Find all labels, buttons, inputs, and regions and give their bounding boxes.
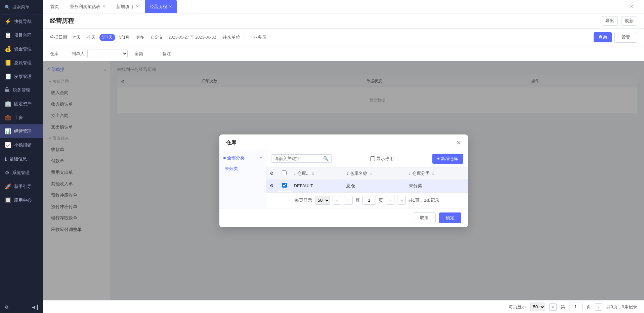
close-tab-profit-est[interactable]: ✕ — [102, 4, 105, 9]
status-bar: 每页显示 50 « 第 页 » 共0页，0条记录 — [43, 300, 644, 313]
confirm-button[interactable]: 确定 — [439, 212, 461, 223]
date-tab-today[interactable]: 今天 — [85, 34, 98, 41]
sidebar-label-quick-nav: 快捷导航 — [14, 18, 32, 25]
dialog-title: 仓库 — [226, 140, 236, 146]
show-disabled-checkbox-label[interactable]: 显示停用 — [370, 156, 394, 162]
sidebar-item-invoice-mgmt[interactable]: 🧾 发票管理 — [0, 70, 43, 83]
close-tab-new-project[interactable]: ✕ — [136, 4, 139, 9]
sidebar-item-basic-info[interactable]: ℹ 基础信息 — [0, 152, 43, 166]
sidebar-search-label: 搜索菜单 — [12, 4, 30, 10]
sidebar-item-app-center[interactable]: 🔲 应用中心 — [0, 193, 43, 207]
salesperson-dots[interactable]: ··· — [269, 35, 273, 40]
first-page-btn[interactable]: « — [333, 196, 341, 205]
sidebar-label-newbie: 新手引导 — [14, 184, 32, 190]
dialog-body: ■ 全部分类 « 未分类 🔍 — [219, 150, 468, 208]
add-warehouse-button[interactable]: + 新增仓库 — [432, 154, 463, 164]
sidebar-item-project-contract[interactable]: 📋 项目合同 — [0, 28, 43, 42]
sidebar-label-invoice-mgmt: 发票管理 — [14, 74, 32, 80]
tax-mgmt-icon: 🏛 — [5, 87, 10, 93]
salesperson-label: 业务员 — [253, 34, 266, 40]
amount-filter: 全额 — — [134, 51, 156, 57]
tab-home[interactable]: 首页 — [46, 0, 64, 13]
maker-select[interactable] — [87, 49, 128, 58]
row-gear-0: ⚙ — [266, 180, 278, 192]
date-tabs: 昨天 今天 近7天 近1月 更多 自定义 — [70, 34, 166, 41]
sidebar-item-newbie[interactable]: 🚀 新手引导 — [0, 180, 43, 193]
sidebar-label-fixed-assets: 固定资产 — [14, 101, 32, 107]
sidebar-item-xiaochang[interactable]: 📈 小畅报销 — [0, 138, 43, 152]
sidebar-item-salary[interactable]: 💼 工资 — [0, 111, 43, 124]
export-button[interactable]: 导出 — [602, 16, 618, 26]
sidebar-item-tax-mgmt[interactable]: 🏛 税务管理 — [0, 83, 43, 97]
counterpart-dots[interactable]: ··· — [243, 35, 247, 40]
salesperson-filter: 业务员 ··· — [253, 34, 273, 40]
date-tab-more[interactable]: 更多 — [133, 34, 147, 41]
sidebar-item-ledger-mgmt[interactable]: 📒 总账管理 — [0, 56, 43, 70]
query-button[interactable]: 查询 — [594, 32, 612, 42]
sidebar-label-salary: 工资 — [14, 115, 23, 121]
quick-nav-icon: ⚡ — [5, 18, 11, 25]
cancel-button[interactable]: 取消 — [413, 212, 436, 223]
sidebar-collapse-btn[interactable]: « — [259, 155, 262, 160]
sidebar: 🔍 搜索菜单 ⚡ 快捷导航📋 项目合同💰 资金管理📒 总账管理🧾 发票管理🏛 税… — [0, 0, 43, 313]
col-category: ↕ 仓库分类 ⇅ — [405, 167, 468, 180]
close-window-icon[interactable]: ✕ — [630, 4, 634, 9]
sidebar-item-ops-mgmt[interactable]: 📊 经营管理 — [0, 124, 43, 138]
tab-ops-history[interactable]: 经营历程✕ — [145, 0, 177, 13]
search-icon: 🔍 — [323, 156, 329, 161]
basic-info-icon: ℹ — [5, 156, 7, 162]
audio-icon[interactable]: ◀▐ — [32, 305, 38, 310]
date-tab-custom[interactable]: 自定义 — [148, 34, 166, 41]
next-page-btn[interactable]: › — [386, 196, 394, 205]
date-label: 单据日期 — [50, 34, 67, 40]
first-page-status-btn[interactable]: « — [549, 303, 557, 311]
per-page-status-label: 每页显示 — [509, 304, 526, 310]
sidebar-label-tax-mgmt: 税务管理 — [13, 87, 30, 93]
content-area: 全部单据 « ∨ 项目合同 收入合同 收入确认单 支出合同 支出确认单 ∨ 资金… — [43, 61, 644, 300]
per-page-status-select[interactable]: 50 — [530, 303, 545, 311]
total-status-label: 共0页，0条记录 — [606, 304, 637, 310]
dialog-close-button[interactable]: ✕ — [456, 139, 461, 147]
date-tab-1month[interactable]: 近1月 — [117, 34, 132, 41]
page-status-suffix: 页 — [587, 304, 591, 310]
tabs-container: 首页业务利润预估表✕新增项目✕经营历程✕ — [46, 0, 177, 13]
maker-label: 制单人 — [72, 51, 85, 57]
date-tab-7days[interactable]: 近7天 — [99, 34, 115, 41]
settings-icon[interactable]: ⚙ — [5, 305, 9, 310]
date-range: 2023-05-27 至 2023-06-02 — [168, 35, 216, 40]
tab-label-profit-est: 业务利润预估表 — [70, 4, 100, 10]
sidebar-label-app-center: 应用中心 — [14, 197, 32, 203]
dialog-cat-uncategorized[interactable]: 未分类 — [219, 164, 266, 174]
row-check-0[interactable] — [278, 180, 291, 191]
tab-profit-est[interactable]: 业务利润预估表✕ — [65, 0, 110, 13]
search-box[interactable]: 🔍 — [271, 154, 332, 163]
select-all-checkbox[interactable] — [282, 170, 287, 175]
date-tab-yesterday[interactable]: 昨天 — [70, 34, 83, 41]
per-page-select[interactable]: 50 — [315, 196, 330, 205]
minimize-icon[interactable]: — — [637, 4, 641, 9]
show-disabled-checkbox[interactable] — [370, 156, 375, 161]
search-input[interactable] — [274, 156, 321, 161]
dialog-category-sidebar: ■ 全部分类 « 未分类 — [219, 150, 266, 208]
table-row[interactable]: ⚙ DEFAULT 总仓 未分类 — [266, 180, 468, 192]
settings-button[interactable]: 设置 — [614, 32, 637, 43]
row-checkbox-0[interactable] — [282, 183, 287, 188]
sidebar-search[interactable]: 🔍 搜索菜单 — [0, 0, 43, 14]
next-page-status-btn[interactable]: » — [595, 303, 602, 311]
col-name: ↕ 仓库名称 ⇅ — [343, 167, 405, 180]
page-number-input[interactable] — [362, 196, 376, 205]
sidebar-item-capital-mgmt[interactable]: 💰 资金管理 — [0, 42, 43, 56]
refresh-button[interactable]: 刷新 — [621, 16, 637, 26]
page-status-input[interactable] — [569, 303, 583, 311]
dialog-sidebar-header: ■ 全部分类 « — [219, 154, 266, 164]
prev-page-btn[interactable]: ‹ — [344, 196, 353, 205]
warehouse-dots[interactable]: ··· — [61, 51, 65, 56]
page-label: 算 — [355, 197, 360, 203]
last-page-btn[interactable]: » — [397, 196, 406, 205]
close-tab-ops-history[interactable]: ✕ — [169, 4, 172, 9]
sidebar-item-system-mgmt[interactable]: ⚙ 系统管理 — [0, 166, 43, 180]
all-categories-label[interactable]: ■ 全部分类 — [223, 155, 245, 161]
tab-new-project[interactable]: 新增项目✕ — [112, 0, 143, 13]
sidebar-item-fixed-assets[interactable]: 🏢 固定资产 — [0, 97, 43, 111]
sidebar-item-quick-nav[interactable]: ⚡ 快捷导航 — [0, 14, 43, 28]
